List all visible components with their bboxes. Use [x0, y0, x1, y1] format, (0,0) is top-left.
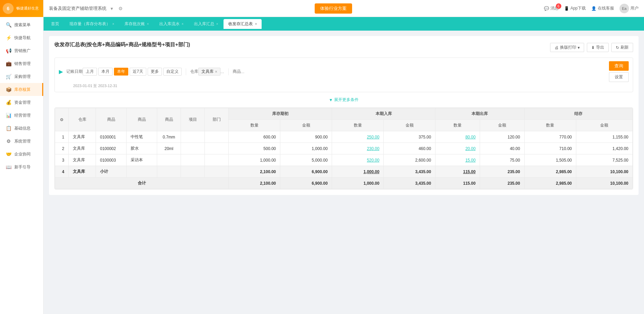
sidebar-item-销售管理[interactable]: 💼销售管理 [0, 57, 43, 70]
row-dept [205, 166, 229, 178]
row-bal-amt: 7,525.00 [576, 154, 632, 166]
footer-label: 合计 [55, 178, 229, 189]
th-outbound: 本期出库 [435, 108, 525, 120]
th-settings[interactable]: ⚙ [55, 108, 69, 131]
tab-收发存汇总表[interactable]: 收发存汇总表× [224, 19, 262, 29]
table-row: 4 文具库 小计 2,100.00 6,900.00 1,000.00 3,43… [55, 166, 633, 178]
warehouse-tag-text: 文具库 [201, 69, 214, 75]
tab-close-icon[interactable]: × [147, 22, 149, 26]
date-btn-7days[interactable]: 近7天 [130, 68, 146, 76]
footer-out-qty: 115.00 [435, 178, 480, 189]
sidebar-item-库存核算[interactable]: 📦库存核算 [0, 83, 43, 96]
row-out-qty[interactable]: 20.00 [435, 143, 480, 154]
sidebar-icon: 📖 [5, 164, 12, 170]
tab-库存批次账[interactable]: 库存批次账× [120, 19, 154, 29]
service-icon: 👤 [591, 6, 596, 11]
tab-出入库流水[interactable]: 出入库流水× [154, 19, 188, 29]
row-bal-qty: 710.00 [524, 143, 576, 154]
row-in-qty[interactable]: 250.00 [332, 131, 384, 143]
warehouse-label: 仓库 [190, 69, 198, 75]
tab-label: 首页 [51, 21, 59, 27]
sidebar-icon: ⚡ [5, 35, 12, 41]
date-btn-last-month[interactable]: 上月 [83, 68, 97, 76]
logo-icon: 6 [3, 3, 14, 14]
sidebar-item-经营管理[interactable]: 📊经营管理 [0, 109, 43, 122]
row-open-qty: 2,100.00 [229, 166, 280, 178]
table-row: 1 文具库 0100001 中性笔 0.7mm 600.00 900.00 25… [55, 131, 633, 143]
user-label: 用户 [630, 5, 639, 11]
row-index: 1 [55, 131, 69, 143]
tab-label: 现存量（库存分布表） [69, 21, 110, 27]
top-right-buttons: 🖨 换版打印 ▾ ⬇ 导出 ↻ 刷新 [550, 43, 633, 52]
online-service-item[interactable]: 👤 在线客服 [591, 5, 614, 11]
row-in-qty[interactable]: 230.00 [332, 143, 384, 154]
row-dept [205, 154, 229, 166]
sidebar-label: 搜索菜单 [14, 22, 31, 28]
print-button[interactable]: 🖨 换版打印 ▾ [550, 43, 584, 52]
tab-close-icon[interactable]: × [216, 22, 218, 26]
date-btn-this-month[interactable]: 本月 [98, 68, 113, 76]
page-title-area: 收发存汇总表(按仓库+商品编码+商品+规格型号+项目+部门) 🖨 换版打印 ▾ … [54, 42, 633, 53]
filter-row: ▶ 记账日期 上月 本月 本年 近7天 更多 自定义 仓库 文具库 × [59, 61, 629, 82]
sidebar-item-企业协同[interactable]: 🤝企业协同 [0, 148, 43, 161]
date-btn-custom[interactable]: 自定义 [163, 68, 182, 76]
sidebar-item-新手引导[interactable]: 📖新手引导 [0, 161, 43, 173]
sidebar-item-基础信息[interactable]: 📋基础信息 [0, 122, 43, 135]
date-range-text: 2023-01-01 至 2023-12-31 [73, 84, 117, 88]
tab-出入库汇总[interactable]: 出入库汇总× [189, 19, 223, 29]
export-button[interactable]: ⬇ 导出 [587, 43, 609, 52]
row-out-qty[interactable]: 80.00 [435, 131, 480, 143]
footer-out-amt: 235.00 [480, 178, 524, 189]
row-in-amt: 2,600.00 [384, 154, 435, 166]
table-settings-icon[interactable]: ⚙ [60, 117, 64, 122]
tab-首页[interactable]: 首页 [46, 19, 64, 29]
sidebar-item-资金管理[interactable]: 💰资金管理 [0, 96, 43, 109]
th-open-amt: 金额 [280, 120, 332, 131]
sidebar-label: 企业协同 [14, 151, 31, 157]
sidebar-item-搜索菜单[interactable]: 🔍搜索菜单 [0, 18, 43, 31]
row-out-qty[interactable]: 15.00 [435, 154, 480, 166]
expand-conditions-button[interactable]: ▼ 展开更多条件 [329, 97, 359, 103]
date-btn-more[interactable]: 更多 [148, 68, 162, 76]
sidebar-icon: 📢 [5, 48, 12, 54]
table-row: 3 文具库 0100003 采访本 1,000.00 5,000.00 520.… [55, 154, 633, 166]
settings-header-icon[interactable]: ⚙ [118, 6, 123, 11]
refresh-button[interactable]: ↻ 刷新 [611, 43, 633, 52]
tab-close-icon[interactable]: × [112, 22, 114, 26]
tab-现存量（库存分布表）[interactable]: 现存量（库存分布表）× [65, 19, 119, 29]
messages-item[interactable]: 💬 消息 6 [544, 5, 559, 11]
row-dept [205, 131, 229, 143]
filter-toggle-icon[interactable]: ▶ [59, 68, 63, 75]
row-project [181, 131, 205, 143]
tab-close-icon[interactable]: × [182, 22, 184, 26]
warehouse-remove-icon[interactable]: × [215, 69, 217, 74]
table-row: 2 文具库 0100002 胶水 20ml 500.00 1,000.00 23… [55, 143, 633, 154]
th-warehouse: 仓库 [69, 108, 96, 131]
warehouse-more[interactable]: ... [220, 69, 224, 74]
trial-button[interactable]: 体验行业方案 [315, 3, 352, 14]
row-code: 0100002 [96, 143, 127, 154]
footer-bal-amt: 10,100.00 [576, 178, 632, 189]
row-in-qty[interactable]: 520.00 [332, 154, 384, 166]
header: 装备及固定资产辅助管理系统 ▾ ⚙ 体验行业方案 💬 消息 6 📱 App下载 … [44, 0, 644, 17]
date-btn-this-year[interactable]: 本年 [114, 68, 128, 76]
app-download-item[interactable]: 📱 App下载 [564, 5, 586, 11]
row-out-amt: 75.00 [480, 154, 524, 166]
sidebar-icon: 📊 [5, 112, 12, 118]
data-table: ⚙ 仓库 商品 商品 商品 项目 部门 库存期初 本期入库 本期出库 结存 [55, 108, 633, 189]
tab-close-icon[interactable]: × [255, 22, 257, 26]
query-button[interactable]: 查询 [609, 61, 629, 71]
goods-more[interactable]: ... [241, 69, 245, 74]
row-bal-amt: 1,155.00 [576, 131, 632, 143]
row-code: 小计 [96, 166, 127, 178]
sidebar-item-采购管理[interactable]: 🛒采购管理 [0, 70, 43, 83]
dropdown-icon[interactable]: ▾ [111, 6, 113, 11]
sidebar-icon: 💰 [5, 99, 12, 105]
user-item[interactable]: Ea 用户 [620, 4, 639, 13]
tab-label: 库存批次账 [125, 21, 145, 27]
refresh-icon: ↻ [616, 45, 619, 50]
sidebar-item-快捷导航[interactable]: ⚡快捷导航 [0, 31, 43, 44]
sidebar-item-系统管理[interactable]: ⚙系统管理 [0, 135, 43, 148]
filter-settings-button[interactable]: 设置 [609, 72, 629, 82]
sidebar-item-营销推广[interactable]: 📢营销推广 [0, 44, 43, 57]
